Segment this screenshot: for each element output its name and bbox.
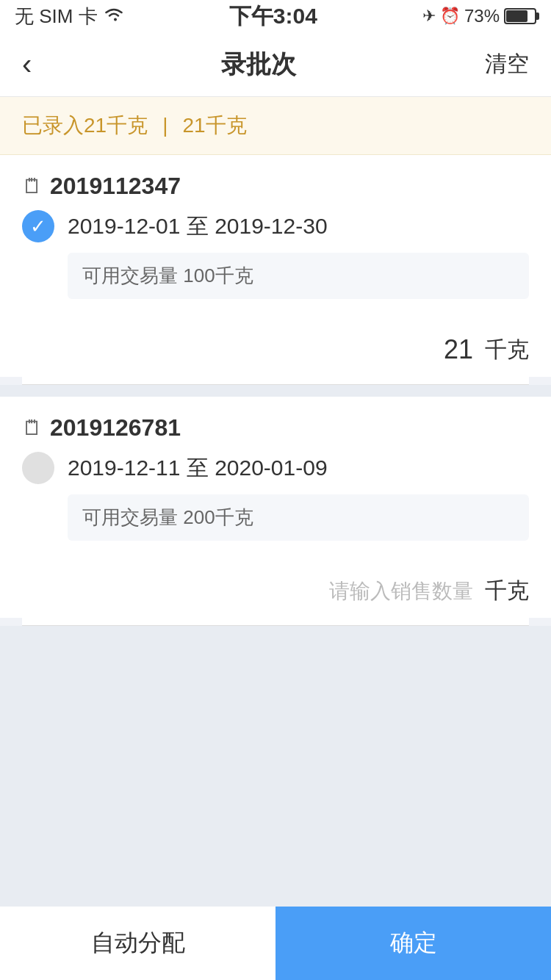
recorded-label: 已录入21千克: [22, 112, 148, 140]
input-underline-2: [22, 618, 529, 626]
clear-button[interactable]: 清空: [485, 49, 529, 79]
status-time: 下午3:04: [229, 1, 317, 32]
item-date-row-2: 2019-12-11 至 2020-01-09: [22, 452, 529, 484]
item-icon-2: 🗒: [22, 416, 43, 440]
item-header-2: 🗒 2019126781: [22, 414, 529, 442]
item-card-2: 🗒 2019126781 2019-12-11 至 2020-01-09 可用交…: [0, 397, 551, 558]
banner-divider: |: [162, 114, 168, 137]
page-title: 录批次: [221, 48, 296, 82]
recorded-value: 21千克: [182, 112, 246, 140]
carrier-text: 无 SIM 卡: [15, 4, 98, 29]
radio-unchecked-2[interactable]: [22, 452, 54, 484]
radio-checked-1[interactable]: ✓: [22, 210, 54, 242]
item-id-2: 2019126781: [50, 414, 181, 442]
check-icon-1: ✓: [30, 215, 46, 238]
input-unit-2: 千克: [485, 576, 529, 606]
battery-icon: [504, 8, 536, 24]
bottom-buttons: 自动分配 确定: [0, 907, 551, 980]
battery-percent: 73%: [464, 6, 500, 26]
confirm-button[interactable]: 确定: [276, 907, 551, 980]
item-date-1: 2019-12-01 至 2019-12-30: [68, 212, 328, 242]
item-date-2: 2019-12-11 至 2020-01-09: [68, 453, 328, 483]
location-icon: ✈: [422, 7, 436, 26]
item-card-1: 🗒 2019112347 ✓ 2019-12-01 至 2019-12-30 可…: [0, 155, 551, 317]
item-availability-1: 可用交易量 100千克: [68, 253, 529, 299]
item-icon-1: 🗒: [22, 174, 43, 198]
status-left: 无 SIM 卡: [15, 4, 124, 29]
status-bar: 无 SIM 卡 下午3:04 ✈ ⏰ 73%: [0, 0, 551, 32]
auto-distribute-button[interactable]: 自动分配: [0, 907, 276, 980]
item-id-1: 2019112347: [50, 173, 181, 200]
item-date-row-1: ✓ 2019-12-01 至 2019-12-30: [22, 210, 529, 242]
wifi-icon: [104, 6, 124, 26]
input-row-2: 请输入销售数量 千克: [0, 558, 551, 618]
quantity-row-1: 21 千克: [0, 317, 551, 377]
status-right: ✈ ⏰ 73%: [422, 6, 536, 26]
quantity-unit-1: 千克: [485, 335, 529, 365]
item-header-1: 🗒 2019112347: [22, 173, 529, 200]
input-placeholder-2: 请输入销售数量: [329, 577, 473, 605]
nav-bar: ‹ 录批次 清空: [0, 32, 551, 97]
quantity-value-1[interactable]: 21: [444, 334, 473, 365]
info-banner: 已录入21千克 | 21千克: [0, 97, 551, 155]
section-separator: [0, 385, 551, 397]
back-button[interactable]: ‹: [22, 48, 32, 81]
quantity-divider-1: [22, 377, 529, 385]
alarm-icon: ⏰: [440, 7, 460, 26]
item-availability-2: 可用交易量 200千克: [68, 494, 529, 541]
